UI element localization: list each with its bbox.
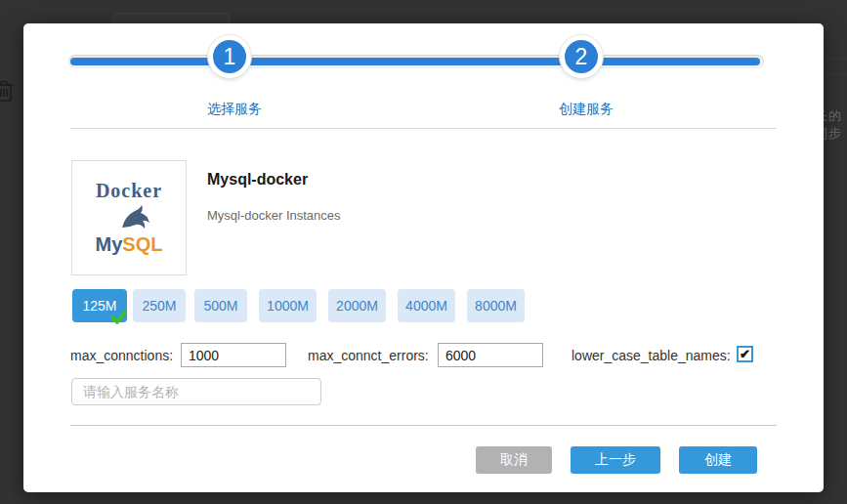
service-logo: Docker MySQL: [71, 160, 187, 275]
footer-divider: [70, 425, 777, 426]
step-1-badge[interactable]: 1: [208, 35, 251, 78]
memory-option-4000m[interactable]: 4000M: [398, 289, 455, 322]
service-title: Mysql-docker: [207, 171, 308, 189]
stepper-progress-bar: [70, 58, 760, 65]
mysql-logo-sql: SQL: [122, 233, 162, 255]
memory-option-1000m[interactable]: 1000M: [259, 289, 317, 322]
background-divider: [824, 74, 847, 75]
mysql-logo-my: My: [96, 233, 123, 255]
selected-check-icon: [110, 310, 127, 327]
mysql-logo-text: MySQL: [96, 233, 163, 256]
create-service-modal: 1 2 选择服务 创建服务 Docker MySQL Mysql-docker …: [23, 23, 824, 492]
max-connections-label: max_connctions:: [70, 348, 173, 363]
create-button[interactable]: 创建: [679, 446, 757, 474]
service-name-input[interactable]: [71, 378, 321, 405]
service-subtitle: Mysql-docker Instances: [207, 208, 341, 223]
docker-logo-text: Docker: [96, 180, 162, 202]
step-2-badge[interactable]: 2: [560, 35, 603, 78]
trash-icon: [0, 79, 15, 106]
background-divider: [824, 58, 847, 59]
max-connect-errors-label: max_connct_errors:: [308, 348, 429, 363]
lower-case-table-names-checkbox[interactable]: ✔: [737, 346, 753, 362]
checkbox-check-icon: ✔: [740, 348, 750, 360]
max-connections-input[interactable]: [181, 343, 286, 367]
step-2-label: 创建服务: [518, 101, 655, 118]
mysql-dolphin-icon: [118, 204, 153, 235]
memory-option-250m[interactable]: 250M: [133, 289, 186, 322]
screen: 长的 同步 1 2 选择服务 创建服务 Docker MySQL Mysql-d…: [0, 0, 847, 504]
max-connect-errors-input[interactable]: [438, 343, 543, 367]
memory-option-2000m[interactable]: 2000M: [328, 289, 386, 322]
cancel-button[interactable]: 取消: [476, 446, 552, 474]
memory-option-125m[interactable]: 125M: [72, 289, 127, 322]
step-1-label: 选择服务: [166, 101, 303, 118]
lower-case-table-names-label: lower_case_table_names:: [572, 348, 731, 363]
memory-option-500m[interactable]: 500M: [194, 289, 247, 322]
memory-option-8000m[interactable]: 8000M: [467, 289, 525, 322]
stepper-divider: [70, 128, 777, 129]
previous-step-button[interactable]: 上一步: [571, 446, 660, 474]
